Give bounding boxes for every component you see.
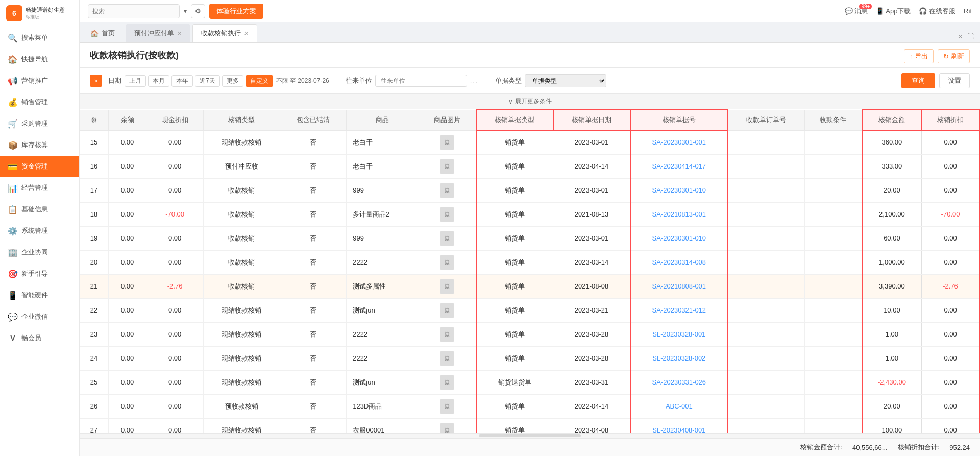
date-btn-7days[interactable]: 近7天	[195, 75, 220, 87]
verify-amount-cell: 360.00	[862, 130, 922, 154]
receipt-type-select[interactable]: 单据类型	[525, 74, 606, 87]
logo-name: 畅捷通谱好生意	[26, 6, 65, 13]
date-btn-last-month[interactable]: 上月	[125, 75, 146, 87]
verify-bill-no-cell[interactable]: SL-20230408-001	[630, 418, 728, 433]
cash-discount-cell: 0.00	[146, 322, 204, 346]
balance-cell: 0.00	[109, 298, 146, 322]
refresh-icon: ↻	[943, 53, 949, 60]
search-icon: 🔍	[8, 33, 17, 42]
verify-bill-date-cell: 2023-03-31	[553, 370, 630, 394]
table-row: 21 0.00 -2.76 收款核销 否 测试多属性 🖼 销货单 2021-08…	[80, 274, 979, 298]
filter-expand-button[interactable]: »	[90, 75, 102, 87]
sidebar-item-marketing[interactable]: 📢 营销推广	[0, 70, 79, 91]
row-no: 17	[80, 178, 109, 202]
topbar-search-input[interactable]	[88, 4, 180, 18]
app-download[interactable]: 📱 App下载	[876, 7, 911, 16]
verify-bill-no-cell[interactable]: SA-20230301-010	[630, 226, 728, 250]
export-button[interactable]: ↑ 导出	[904, 49, 934, 63]
sidebar-item-hardware[interactable]: 📱 智能硬件	[0, 284, 79, 306]
sidebar-item-guide[interactable]: 🎯 新手引导	[0, 263, 79, 284]
tab-close-icon[interactable]: ✕	[177, 30, 182, 37]
receipt-order-no-cell	[728, 226, 804, 250]
date-btn-custom[interactable]: 自定义	[246, 75, 273, 87]
product-cell: 2222	[347, 346, 419, 370]
cash-discount-cell: 0.00	[146, 226, 204, 250]
product-cell: 老白干	[347, 130, 419, 154]
receipt-condition-cell	[804, 298, 862, 322]
row-no: 19	[80, 226, 109, 250]
verify-bill-no-cell[interactable]: SA-20230301-010	[630, 178, 728, 202]
verify-discount-cell: 0.00	[922, 298, 979, 322]
home-tab-icon: 🏠	[90, 30, 99, 37]
sidebar-item-sales[interactable]: 💰 销售管理	[0, 91, 79, 113]
table-row: 24 0.00 0.00 现结收款核销 否 2222 🖼 销货单 2023-03…	[80, 346, 979, 370]
expand-more-bar[interactable]: ∨ 展开更多条件	[80, 94, 980, 109]
verify-amount-cell: 1.00	[862, 346, 922, 370]
product-cell: 999	[347, 226, 419, 250]
sidebar-item-finance[interactable]: 💳 资金管理	[0, 156, 79, 177]
sidebar: 6 畅捷通谱好生意 标推版 🔍 搜索菜单 🏠 快捷导航 📢 营销推广 💰 销售管…	[0, 0, 80, 456]
receipt-condition-cell	[804, 250, 862, 274]
verify-bill-type-cell: 销货单	[476, 394, 553, 418]
sidebar-item-purchase[interactable]: 🛒 采购管理	[0, 113, 79, 134]
cash-discount-cell: -70.00	[146, 202, 204, 226]
logo-icon: 6	[6, 5, 22, 21]
receipt-condition-cell	[804, 178, 862, 202]
sidebar-item-wechat[interactable]: 💬 企业微信	[0, 306, 79, 327]
product-cell: 测试jun	[347, 298, 419, 322]
verify-bill-no-cell[interactable]: SL-20230328-002	[630, 346, 728, 370]
verify-bill-no-cell[interactable]: SL-20230328-001	[630, 322, 728, 346]
message-badge[interactable]: 💬 消息 99+	[845, 7, 868, 16]
sidebar-item-quicknav[interactable]: 🏠 快捷导航	[0, 49, 79, 70]
sidebar-item-inventory[interactable]: 📦 库存核算	[0, 134, 79, 156]
page: 收款核销执行(按收款) ↑ 导出 ↻ 刷新 » 日期	[80, 43, 980, 456]
sidebar-item-system[interactable]: ⚙️ 系统管理	[0, 220, 79, 242]
product-image-cell: 🖼	[419, 130, 476, 154]
sidebar-item-basic[interactable]: 📋 基础信息	[0, 199, 79, 220]
settings-icon[interactable]: ⚙	[191, 4, 205, 18]
verify-bill-date-cell: 2023-03-21	[553, 298, 630, 322]
verify-bill-no-cell[interactable]: SA-20230321-012	[630, 298, 728, 322]
row-no: 25	[80, 370, 109, 394]
tab-home[interactable]: 🏠 首页	[82, 24, 124, 42]
tab-verify[interactable]: 收款核销执行 ✕	[192, 24, 257, 42]
sidebar-item-search[interactable]: 🔍 搜索菜单	[0, 27, 79, 49]
solution-button[interactable]: 体验行业方案	[209, 4, 263, 19]
verify-bill-no-cell[interactable]: SA-20230331-026	[630, 370, 728, 394]
date-btn-more[interactable]: 更多	[222, 75, 243, 87]
date-btn-this-month[interactable]: 本月	[148, 75, 169, 87]
tab-prepay[interactable]: 预付冲应付单 ✕	[126, 24, 190, 42]
col-header-verify-amount: 核销金额	[862, 110, 922, 130]
user-name[interactable]: Rit	[964, 7, 972, 15]
verify-bill-type-cell: 销货单	[476, 226, 553, 250]
col-header-receipt-order-no: 收款单订单号	[728, 110, 804, 130]
verify-bill-no-cell[interactable]: SA-20230301-001	[630, 130, 728, 154]
verify-bill-no-cell[interactable]: SA-20230314-008	[630, 250, 728, 274]
filter-settings-button[interactable]: 设置	[939, 73, 970, 88]
sidebar-item-operations[interactable]: 📊 经营管理	[0, 177, 79, 199]
col-header-verify-bill-date: 核销单据日期	[553, 110, 630, 130]
horizontal-scrollbar[interactable]	[80, 433, 980, 438]
online-service[interactable]: 🎧 在线客服	[919, 7, 955, 16]
verify-bill-no-cell[interactable]: SA-20210813-001	[630, 202, 728, 226]
member-icon: V	[8, 333, 17, 343]
verify-bill-no-cell[interactable]: ABC-001	[630, 394, 728, 418]
date-btn-this-year[interactable]: 本年	[172, 75, 193, 87]
col-header-verify-discount: 核销折扣	[922, 110, 979, 130]
verify-bill-no-cell[interactable]: SA-20230414-017	[630, 154, 728, 178]
origin-unit-input[interactable]	[375, 75, 467, 87]
sidebar-item-enterprise[interactable]: 🏢 企业协同	[0, 242, 79, 263]
product-image-cell: 🖼	[419, 298, 476, 322]
verify-discount-cell: 0.00	[922, 346, 979, 370]
verify-bill-no-cell[interactable]: SA-20210808-001	[630, 274, 728, 298]
maximize-icon[interactable]: ⛶	[967, 33, 974, 40]
tab-close-icon2[interactable]: ✕	[244, 30, 249, 37]
receipt-condition-cell	[804, 274, 862, 298]
sidebar-item-member[interactable]: V 畅会员	[0, 327, 79, 349]
refresh-button[interactable]: ↻ 刷新	[938, 49, 970, 63]
topbar-dropdown[interactable]: ▾	[184, 8, 187, 15]
receipt-order-no-cell	[728, 250, 804, 274]
search-button[interactable]: 查询	[901, 73, 935, 88]
table-row: 26 0.00 0.00 预收款核销 否 123D商品 🖼 销货单 2022-0…	[80, 394, 979, 418]
close-window-icon[interactable]: ✕	[958, 33, 963, 40]
